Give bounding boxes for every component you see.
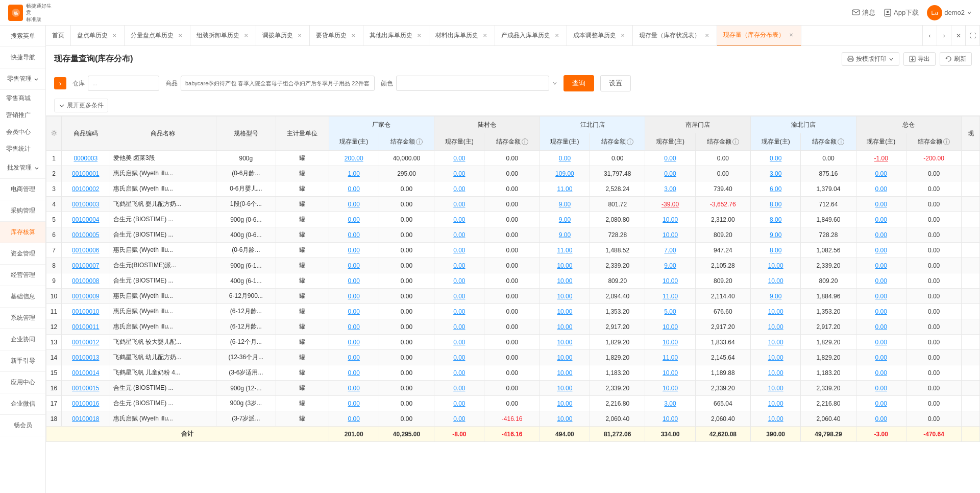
table-cell[interactable]: 0.00: [434, 181, 484, 197]
table-cell[interactable]: 0.00: [484, 365, 540, 381]
table-cell[interactable]: 10.00: [540, 411, 590, 427]
tab-close-diaobo[interactable]: ✕: [296, 32, 303, 39]
table-cell[interactable]: 00100003: [62, 197, 110, 212]
table-cell[interactable]: 0.00: [856, 304, 906, 319]
tab-close-pandian[interactable]: ✕: [111, 32, 118, 39]
table-cell[interactable]: 9.00: [540, 212, 590, 227]
table-cell[interactable]: 2,145.64: [695, 350, 750, 365]
table-cell[interactable]: [962, 411, 980, 427]
table-cell[interactable]: 0.00: [906, 181, 961, 197]
table-cell[interactable]: 1.00: [329, 166, 379, 181]
table-cell[interactable]: 1,353.20: [801, 304, 856, 319]
table-cell[interactable]: 合生元 (BIOSTIME) ...: [110, 273, 216, 289]
table-cell[interactable]: 2,339.20: [801, 381, 856, 396]
table-cell[interactable]: 10.00: [645, 273, 695, 289]
expand-conditions-btn[interactable]: 展开更多条件: [54, 99, 108, 112]
table-cell[interactable]: 00100001: [62, 166, 110, 181]
table-cell[interactable]: 00100006: [62, 243, 110, 258]
sidebar-item-wholesale[interactable]: 批发管理: [0, 157, 45, 179]
table-cell[interactable]: 400g (0-6...: [216, 227, 276, 243]
table-cell[interactable]: (3-7岁派...: [216, 411, 276, 427]
table-cell[interactable]: (6-12月龄...: [216, 319, 276, 335]
table-cell[interactable]: 罐: [276, 304, 329, 319]
table-cell[interactable]: 罐: [276, 411, 329, 427]
table-cell[interactable]: 200.00: [329, 151, 379, 166]
table-cell[interactable]: 11.00: [645, 289, 695, 304]
table-cell[interactable]: 10.00: [540, 381, 590, 396]
table-cell[interactable]: 0.00: [379, 258, 434, 273]
table-cell[interactable]: 0.00: [856, 273, 906, 289]
table-cell[interactable]: 10.00: [645, 381, 695, 396]
table-cell[interactable]: 2,094.40: [590, 289, 645, 304]
table-cell[interactable]: 10.00: [751, 273, 801, 289]
table-cell[interactable]: 10.00: [645, 212, 695, 227]
table-cell[interactable]: 0.00: [484, 181, 540, 197]
table-cell[interactable]: 875.16: [801, 166, 856, 181]
table-cell[interactable]: [962, 258, 980, 273]
table-cell[interactable]: (6-12月龄...: [216, 304, 276, 319]
table-cell[interactable]: 0.00: [329, 273, 379, 289]
tab-chanchenpin[interactable]: 产成品入库单历史✕: [495, 26, 567, 46]
table-cell[interactable]: 40,000.00: [379, 151, 434, 166]
table-cell[interactable]: 0.00: [856, 212, 906, 227]
table-cell[interactable]: [962, 304, 980, 319]
table-cell[interactable]: 10.00: [751, 319, 801, 335]
table-cell[interactable]: 0.00: [906, 319, 961, 335]
table-cell[interactable]: 罐: [276, 212, 329, 227]
table-cell[interactable]: [962, 396, 980, 411]
table-cell[interactable]: 0.00: [484, 243, 540, 258]
table-cell[interactable]: 1,829.20: [801, 350, 856, 365]
table-cell[interactable]: 900g (6-1...: [216, 258, 276, 273]
table-cell[interactable]: 0.00: [329, 181, 379, 197]
table-cell[interactable]: 0.00: [484, 396, 540, 411]
table-cell[interactable]: 2,339.20: [801, 258, 856, 273]
table-cell[interactable]: 合生元(BIOSTIME)派...: [110, 258, 216, 273]
table-cell[interactable]: 0.00: [434, 381, 484, 396]
table-cell[interactable]: (3-6岁适用...: [216, 365, 276, 381]
table-cell[interactable]: 0.00: [906, 335, 961, 350]
table-cell[interactable]: 10.00: [645, 319, 695, 335]
tab-yaohuo[interactable]: 要货单历史✕: [310, 26, 363, 46]
sidebar-item-retail-manage[interactable]: 零售管理: [0, 68, 45, 90]
table-cell[interactable]: 1,829.20: [801, 335, 856, 350]
table-cell[interactable]: 0.00: [484, 227, 540, 243]
table-cell[interactable]: 6.00: [751, 181, 801, 197]
table-cell[interactable]: 9.00: [540, 227, 590, 243]
table-cell[interactable]: [962, 365, 980, 381]
table-cell[interactable]: 0.00: [906, 411, 961, 427]
tab-zuzhang[interactable]: 组装拆卸单历史✕: [190, 26, 256, 46]
table-cell[interactable]: (0-6月龄...: [216, 243, 276, 258]
table-cell[interactable]: 00100018: [62, 411, 110, 427]
table-cell[interactable]: 5.00: [645, 304, 695, 319]
table-cell[interactable]: 10.00: [751, 411, 801, 427]
fj-amt-info[interactable]: i: [416, 138, 423, 145]
table-cell[interactable]: 惠氏启赋 (Wyeth illu...: [110, 304, 216, 319]
table-cell[interactable]: 2,060.40: [590, 411, 645, 427]
table-cell[interactable]: 罐: [276, 197, 329, 212]
tab-close-qitachu[interactable]: ✕: [415, 32, 423, 39]
table-cell[interactable]: 1,849.60: [801, 212, 856, 227]
yb-amt-info[interactable]: i: [838, 138, 844, 145]
table-cell[interactable]: 0.00: [434, 365, 484, 381]
table-cell[interactable]: 2,060.40: [801, 411, 856, 427]
table-cell[interactable]: 0.00: [379, 335, 434, 350]
table-cell[interactable]: 0.00: [434, 289, 484, 304]
table-cell[interactable]: 0.00: [434, 258, 484, 273]
table-cell[interactable]: 0.00: [856, 197, 906, 212]
tab-expand-btn[interactable]: ⛶: [966, 26, 980, 46]
tab-kucun-fenbiao[interactable]: 现存量（库存分布表）✕: [717, 26, 801, 46]
table-cell[interactable]: 罐: [276, 319, 329, 335]
table-cell[interactable]: 1,183.20: [801, 365, 856, 381]
sidebar-item-marketing[interactable]: 营销推广: [0, 107, 45, 124]
table-cell[interactable]: 0.00: [484, 289, 540, 304]
print-btn[interactable]: 按模版打印: [842, 52, 899, 66]
table-cell[interactable]: 0.00: [856, 166, 906, 181]
table-cell[interactable]: 10.00: [751, 365, 801, 381]
table-cell[interactable]: 0.00: [329, 350, 379, 365]
table-cell[interactable]: 0.00: [434, 151, 484, 166]
table-cell[interactable]: [962, 166, 980, 181]
table-cell[interactable]: 0.00: [856, 335, 906, 350]
table-cell[interactable]: 00100002: [62, 181, 110, 197]
table-cell[interactable]: 0.00: [379, 381, 434, 396]
table-cell[interactable]: [962, 227, 980, 243]
